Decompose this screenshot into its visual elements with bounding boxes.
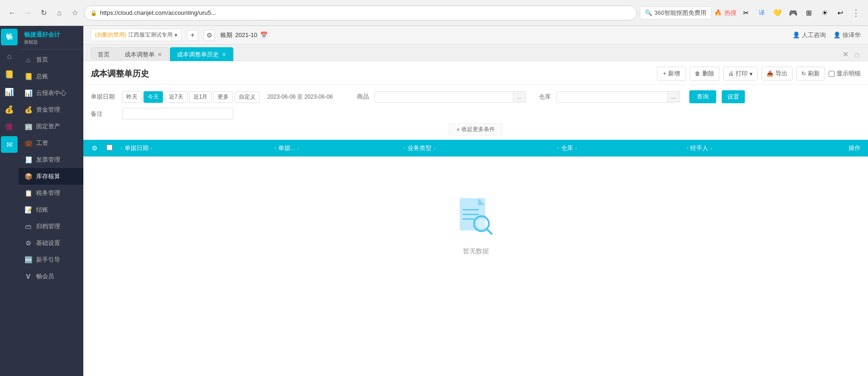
icon-bar-item-msg[interactable]: ✉: [1, 136, 18, 153]
delete-btn[interactable]: 🗑 删除: [690, 67, 719, 81]
goods-ellipsis-btn[interactable]: ...: [513, 91, 526, 102]
show-details-label[interactable]: 显示明细: [829, 69, 861, 78]
sort-up-icon4: ↑: [557, 146, 560, 150]
refresh-icon: ↻: [801, 70, 806, 77]
content-close-btn[interactable]: ✕: [839, 50, 852, 59]
date-btn-today[interactable]: 今天: [144, 91, 163, 103]
print-btn[interactable]: 🖨 打印 ▾: [723, 67, 758, 81]
ledger-icon: 📒: [24, 73, 32, 80]
tab-cost-adjust[interactable]: 成本调整单 ✕: [118, 47, 169, 61]
settings-filter-btn[interactable]: 设置: [722, 90, 745, 103]
icon-bar-item-finance[interactable]: 💰: [1, 101, 18, 118]
warehouse-ellipsis-btn[interactable]: ...: [668, 91, 680, 102]
sidebar-item-ledger[interactable]: 📒 总账: [19, 68, 83, 85]
search-bar-btn[interactable]: 🔍 360智能抠图免费用: [640, 6, 712, 19]
top-bar-right: 👤 人工咨询 👤 徐泽华: [793, 31, 861, 39]
settings-icon: ⚙: [24, 239, 32, 247]
th-biz-type[interactable]: ↑ 业务类型 ↓: [400, 144, 553, 152]
sidebar-item-payroll[interactable]: 💼 工资: [19, 135, 83, 151]
th-date[interactable]: ↑ 单据日期 ↓: [117, 144, 270, 152]
undo-btn[interactable]: ↩: [834, 6, 847, 19]
refresh-btn[interactable]: ↻ 刷新: [796, 67, 825, 81]
forward-button[interactable]: →: [21, 6, 34, 19]
date-btn-1month[interactable]: 近1月: [189, 91, 212, 103]
sidebar-item-vip[interactable]: V 畅会员: [19, 268, 83, 285]
icon-bar-item-reports[interactable]: 📊: [1, 83, 18, 100]
note-filter-label: 备注: [91, 110, 117, 118]
invoice-icon: 🧾: [24, 156, 32, 163]
sidebar-item-finance[interactable]: 💰 资金管理: [19, 101, 83, 118]
select-all-checkbox[interactable]: [106, 144, 112, 150]
sidebar-item-label: 发票管理: [36, 156, 60, 164]
show-details-checkbox[interactable]: [829, 71, 835, 77]
sidebar-item-tax[interactable]: 📋 税务管理: [19, 185, 83, 201]
sidebar-item-reports[interactable]: 📊 云报表中心: [19, 85, 83, 101]
th-order[interactable]: ↑ 单据... ↓: [270, 144, 400, 152]
date-btn-7days[interactable]: 近7天: [165, 91, 187, 103]
star-button[interactable]: ☆: [69, 6, 81, 19]
company-settings-btn[interactable]: ⚙: [204, 30, 215, 41]
company-selector[interactable]: (勿删勿禁用) 江西服宝测试专用 ▾: [91, 29, 181, 41]
th-operator[interactable]: ↑ 经手人 ↓: [683, 144, 837, 152]
archive-icon: 🗃: [24, 223, 32, 230]
sort-up-icon: ↑: [120, 146, 123, 150]
goods-filter-input[interactable]: [375, 91, 513, 103]
warehouse-filter-label: 仓库: [539, 93, 551, 101]
th-settings[interactable]: ⚙: [87, 144, 102, 152]
translate-btn[interactable]: 译: [755, 6, 768, 19]
browser-menu-btn[interactable]: ⋮: [849, 6, 862, 19]
sidebar: 畅捷通好会计 旗舰版 ⌂ 首页 📒 总账 📊 云报表中心 💰 资金管理 🏢 固定…: [19, 26, 83, 376]
tab-history-close[interactable]: ✕: [222, 51, 226, 58]
print-dropdown-icon: ▾: [749, 70, 753, 77]
th-checkbox[interactable]: [102, 144, 117, 152]
tab-cost-adjust-close[interactable]: ✕: [157, 51, 162, 58]
wallet-btn[interactable]: 💛: [771, 6, 784, 19]
icon-bar-item-home[interactable]: ⌂: [1, 48, 18, 65]
tab-cost-adjust-history[interactable]: 成本调整单历史 ✕: [170, 47, 233, 61]
collapse-btn[interactable]: ∧ 收起更多条件: [449, 123, 503, 136]
date-btn-custom[interactable]: 自定义: [235, 91, 260, 103]
warehouse-filter-input[interactable]: [556, 91, 668, 103]
sidebar-item-label: 畅会员: [36, 272, 54, 281]
icon-bar-logo[interactable]: 畅: [1, 29, 18, 45]
tab-home[interactable]: 首页: [91, 47, 117, 61]
sidebar-item-settings[interactable]: ⚙ 基础设置: [19, 235, 83, 251]
grid-btn[interactable]: ⊞: [802, 6, 815, 19]
icon-bar-item-ledger[interactable]: 📒: [1, 66, 18, 82]
sort-up-icon3: ↑: [403, 146, 406, 150]
game-btn[interactable]: 🎮: [787, 6, 799, 19]
back-button[interactable]: ←: [6, 6, 19, 19]
theme-btn[interactable]: ☀: [818, 6, 831, 19]
hot-search-icon: 🔥: [714, 9, 722, 16]
sidebar-item-assets[interactable]: 🏢 固定资产: [19, 118, 83, 135]
collapse-icon: ∧: [456, 127, 460, 132]
refresh-button[interactable]: ↻: [37, 6, 50, 19]
sidebar-logo: 畅捷通好会计 旗舰版: [19, 26, 83, 50]
new-btn[interactable]: + 新增: [657, 67, 686, 81]
sidebar-item-home[interactable]: ⌂ 首页: [19, 51, 83, 68]
window-maximize-btn[interactable]: □: [853, 51, 861, 59]
home-button[interactable]: ⌂: [53, 6, 66, 19]
icon-bar-item-weibo[interactable]: 微: [1, 119, 18, 135]
sidebar-item-guide[interactable]: 🆕 新手引导: [19, 251, 83, 268]
service-btn[interactable]: 👤 人工咨询: [793, 31, 826, 39]
sidebar-item-invoice[interactable]: 🧾 发票管理: [19, 151, 83, 168]
sidebar-item-closing[interactable]: 📝 结账: [19, 201, 83, 218]
calendar-icon[interactable]: 📅: [260, 31, 268, 38]
date-btn-yesterday[interactable]: 昨天: [122, 91, 142, 103]
collapse-label: 收起更多条件: [462, 125, 495, 133]
sidebar-item-archive[interactable]: 🗃 归档管理: [19, 218, 83, 235]
scissors-btn[interactable]: ✂: [739, 6, 752, 19]
export-btn[interactable]: 📤 导出: [762, 67, 793, 81]
period-info: 账期 2021-10 📅: [220, 31, 268, 39]
user-info[interactable]: 👤 徐泽华: [833, 31, 861, 39]
query-btn[interactable]: 查询: [689, 90, 716, 103]
address-bar[interactable]: 🔒 https://cloud.chanjet.com/accounting/u…: [84, 6, 637, 20]
add-company-btn[interactable]: +: [187, 30, 198, 41]
th-warehouse[interactable]: ↑ 仓库 ↓: [554, 144, 683, 152]
sidebar-item-label: 总账: [36, 72, 48, 81]
sidebar-item-inventory[interactable]: 📦 库存核算: [19, 168, 83, 185]
date-btn-more[interactable]: 更多: [213, 91, 233, 103]
delete-icon: 🗑: [695, 70, 700, 77]
note-filter-input[interactable]: [122, 108, 233, 119]
